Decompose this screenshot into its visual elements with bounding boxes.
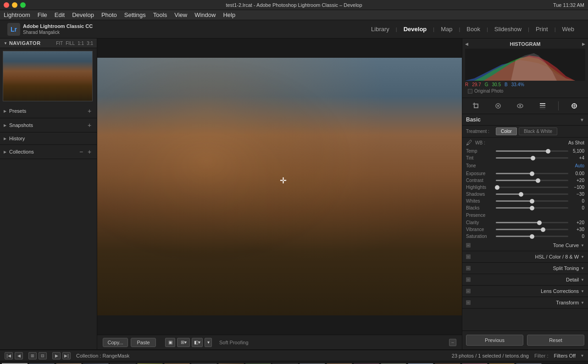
menu-window[interactable]: Window bbox=[194, 11, 216, 18]
copy-button[interactable]: Copy... bbox=[103, 338, 128, 347]
snapshots-header[interactable]: ▶ Snapshots + bbox=[0, 118, 97, 132]
split-toning-section-header[interactable]: − Split Toning ▼ bbox=[462, 263, 588, 274]
saturation-thumb[interactable] bbox=[530, 234, 534, 239]
bw-treatment-button[interactable]: Black & White bbox=[519, 127, 557, 135]
lens-corrections-section-header[interactable]: − Lens Corrections ▼ bbox=[462, 286, 588, 297]
vibrance-thumb[interactable] bbox=[541, 227, 545, 232]
hsl-section-header[interactable]: − HSL / Color / 8 & W ▼ bbox=[462, 251, 588, 263]
filter-dropdown-arrow-icon[interactable]: ▾ bbox=[581, 353, 583, 358]
red-eye-icon[interactable] bbox=[514, 101, 527, 111]
nav-last-button[interactable]: ▶| bbox=[62, 352, 71, 359]
hist-clip-highlights-icon[interactable]: ▶ bbox=[582, 42, 585, 46]
menu-develop[interactable]: Develop bbox=[72, 11, 94, 18]
collections-minus-button[interactable]: − bbox=[78, 148, 85, 155]
nav-map[interactable]: Map bbox=[434, 23, 459, 35]
tone-curve-section-header[interactable]: − Tone Curve ▼ bbox=[462, 240, 588, 251]
fit-option-fill[interactable]: FILL bbox=[66, 41, 75, 46]
paste-button[interactable]: Paste bbox=[131, 338, 156, 347]
nav-library[interactable]: Library bbox=[365, 23, 396, 35]
blacks-thumb[interactable] bbox=[530, 206, 534, 210]
minimize-button[interactable] bbox=[12, 2, 17, 8]
menu-view[interactable]: View bbox=[174, 11, 187, 18]
clarity-slider[interactable] bbox=[496, 222, 568, 223]
navigator-fit-options[interactable]: FIT FILL 1:1 3:1 bbox=[56, 41, 93, 46]
eyedropper-icon[interactable]: 🖊 bbox=[466, 139, 472, 146]
nav-slideshow[interactable]: Slideshow bbox=[488, 23, 528, 35]
transform-section-header[interactable]: − Transform ▼ bbox=[462, 297, 588, 309]
spot-removal-icon[interactable] bbox=[492, 101, 505, 111]
tone-curve-collapse-icon[interactable]: − bbox=[466, 243, 471, 248]
nav-print[interactable]: Print bbox=[529, 23, 555, 35]
nav-web[interactable]: Web bbox=[556, 23, 581, 35]
grid-view-button[interactable]: ⊞▾ bbox=[177, 338, 190, 347]
exposure-slider[interactable] bbox=[496, 173, 568, 174]
grid-large-button[interactable]: ⊟ bbox=[39, 352, 47, 359]
clarity-thumb[interactable] bbox=[537, 221, 542, 225]
collections-add-button[interactable]: + bbox=[86, 148, 93, 155]
contrast-slider[interactable] bbox=[496, 180, 568, 181]
nav-next-button[interactable]: ▶ bbox=[52, 352, 61, 359]
menu-tools[interactable]: Tools bbox=[153, 11, 167, 18]
nav-develop[interactable]: Develop bbox=[397, 23, 433, 35]
temp-thumb[interactable] bbox=[546, 149, 550, 154]
transform-collapse-icon[interactable]: − bbox=[466, 300, 471, 305]
tint-thumb[interactable] bbox=[531, 156, 535, 160]
menu-lightroom[interactable]: Lightroom bbox=[4, 11, 30, 18]
presets-header[interactable]: ▶ Presets + bbox=[0, 104, 97, 118]
maximize-button[interactable] bbox=[20, 2, 26, 8]
vibrance-slider[interactable] bbox=[496, 229, 568, 230]
adjustment-brush-icon[interactable] bbox=[568, 101, 581, 111]
menu-help[interactable]: Help bbox=[223, 11, 235, 18]
reset-button[interactable]: Reset bbox=[527, 335, 584, 346]
tint-slider[interactable] bbox=[496, 157, 568, 159]
close-button[interactable] bbox=[4, 2, 9, 8]
single-view-button[interactable]: ▣ bbox=[165, 338, 175, 347]
menu-photo[interactable]: Photo bbox=[101, 11, 117, 18]
exposure-thumb[interactable] bbox=[530, 171, 534, 176]
before-after-button[interactable]: ◧▾ bbox=[192, 338, 203, 347]
basic-expand-icon[interactable]: ▼ bbox=[580, 117, 584, 122]
snapshots-add-button[interactable]: + bbox=[86, 121, 93, 129]
navigator-header[interactable]: ▼ Navigator FIT FILL 1:1 3:1 bbox=[0, 39, 97, 48]
lens-collapse-icon[interactable]: − bbox=[466, 289, 471, 293]
image-viewer[interactable]: ✛ bbox=[97, 39, 462, 335]
shadows-slider[interactable] bbox=[496, 193, 568, 195]
hsl-collapse-icon[interactable]: − bbox=[466, 254, 471, 259]
zoom-options-button[interactable]: ▾ bbox=[205, 338, 212, 347]
menu-edit[interactable]: Edit bbox=[55, 11, 65, 18]
previous-button[interactable]: Previous bbox=[466, 335, 523, 346]
nav-book[interactable]: Book bbox=[460, 23, 487, 35]
highlights-thumb[interactable] bbox=[495, 185, 499, 190]
blacks-slider[interactable] bbox=[496, 207, 568, 209]
saturation-slider[interactable] bbox=[496, 236, 568, 237]
nav-prev-button[interactable]: ◀ bbox=[15, 352, 23, 359]
history-header[interactable]: ▶ History bbox=[0, 132, 97, 144]
whites-slider[interactable] bbox=[496, 200, 568, 202]
nav-first-button[interactable]: |◀ bbox=[5, 352, 13, 359]
shadows-thumb[interactable] bbox=[519, 192, 523, 197]
filter-dropdown[interactable]: Filters Off bbox=[554, 353, 576, 358]
fit-option-3to1[interactable]: 3:1 bbox=[87, 41, 93, 46]
temp-slider[interactable] bbox=[496, 150, 568, 152]
hist-clip-shadows-icon[interactable]: ◀ bbox=[465, 42, 468, 46]
color-treatment-button[interactable]: Color bbox=[496, 127, 517, 135]
fit-option-fit[interactable]: FIT bbox=[56, 41, 63, 46]
detail-section-header[interactable]: − Detail ▼ bbox=[462, 274, 588, 286]
zoom-button[interactable]: − bbox=[449, 339, 456, 346]
contrast-thumb[interactable] bbox=[536, 178, 540, 183]
detail-collapse-icon[interactable]: − bbox=[466, 277, 471, 282]
crop-tool-icon[interactable] bbox=[470, 101, 483, 111]
menu-file[interactable]: File bbox=[38, 11, 47, 18]
fit-option-1to1[interactable]: 1:1 bbox=[78, 41, 84, 46]
presets-add-button[interactable]: + bbox=[86, 107, 93, 115]
graduated-filter-icon[interactable] bbox=[536, 101, 549, 111]
original-photo-checkbox[interactable] bbox=[468, 89, 472, 94]
grid-small-button[interactable]: ⊞ bbox=[28, 352, 37, 359]
highlights-slider[interactable] bbox=[496, 187, 568, 188]
split-toning-collapse-icon[interactable]: − bbox=[466, 266, 471, 270]
titlebar-window-controls[interactable] bbox=[4, 2, 26, 8]
collections-header[interactable]: ▶ Collections − + bbox=[0, 145, 97, 159]
auto-tone-button[interactable]: Auto bbox=[575, 163, 584, 168]
menu-settings[interactable]: Settings bbox=[124, 11, 146, 18]
whites-thumb[interactable] bbox=[530, 199, 534, 204]
